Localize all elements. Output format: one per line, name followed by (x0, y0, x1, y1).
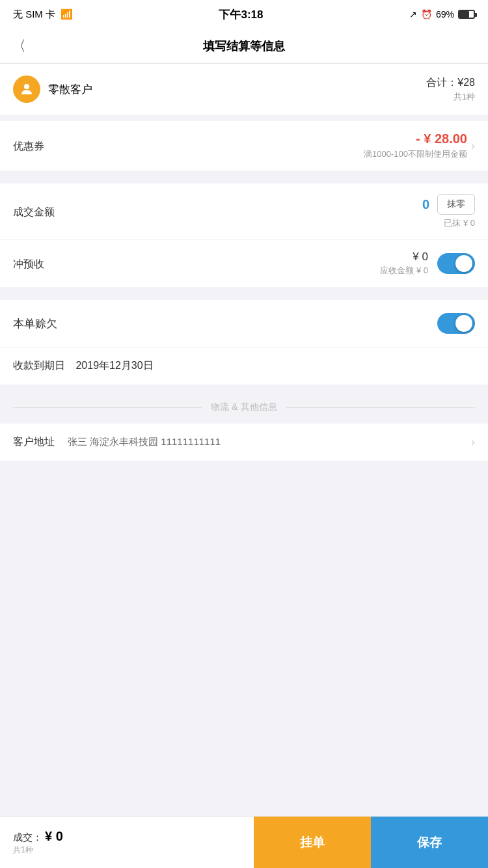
wifi-icon: 📶 (61, 8, 73, 20)
status-time: 下午3:18 (219, 7, 263, 22)
bottom-summary-count: 共1种 (13, 845, 241, 856)
battery-bar (458, 10, 475, 19)
customer-name: 零散客户 (48, 82, 92, 97)
coupon-value: - ¥ 28.00 满1000-100不限制使用金额 (364, 131, 467, 160)
location-icon: ↗ (409, 9, 417, 20)
carrier-label: 无 SIM 卡 (13, 8, 55, 21)
debit-label: 本单赊欠 (13, 316, 57, 331)
coupon-row[interactable]: 优惠券 - ¥ 28.00 满1000-100不限制使用金额 › (0, 121, 488, 170)
coupon-label: 优惠券 (13, 139, 65, 154)
debit-section: 本单赊欠 收款到期日 2019年12月30日 (0, 300, 488, 385)
transaction-amount-row: 成交金额 0 抹零 已抹 ¥ 0 (0, 183, 488, 240)
debit-toggle[interactable] (437, 313, 475, 334)
bottom-summary-amount: ¥ 0 (45, 829, 63, 844)
battery-fill (459, 11, 469, 18)
customer-count: 共1种 (426, 91, 475, 103)
battery-percent: 69% (436, 9, 454, 20)
customer-right: 合计：¥28 共1种 (426, 76, 475, 103)
prereceive-row: 冲预收 ¥ 0 应收金额 ¥ 0 (0, 240, 488, 287)
prereceive-main-amount: ¥ 0 (380, 251, 428, 264)
status-bar: 无 SIM 卡 📶 下午3:18 ↗ ⏰ 69% (0, 0, 488, 29)
coupon-amount: - ¥ 28.00 (416, 131, 467, 146)
customer-avatar (13, 75, 40, 103)
transaction-number[interactable]: 0 (403, 197, 429, 212)
prereceive-amounts: ¥ 0 应收金额 ¥ 0 (380, 251, 428, 277)
nav-bar: 〈 填写结算等信息 (0, 29, 488, 64)
debit-row: 本单赊欠 (0, 300, 488, 347)
logistics-line-left (13, 407, 202, 408)
address-value: 张三 海淀永丰科技园 11111111111 (68, 436, 467, 448)
bottom-bar: 成交： ¥ 0 共1种 挂单 保存 (0, 816, 488, 868)
prereceive-right: ¥ 0 应收金额 ¥ 0 (380, 251, 475, 277)
logistics-header: 物流 & 其他信息 (0, 391, 488, 424)
save-button[interactable]: 保存 (371, 817, 488, 869)
alarm-icon: ⏰ (421, 9, 432, 20)
round-zero-button[interactable]: 抹零 (437, 194, 475, 215)
customer-total: 合计：¥28 (426, 76, 475, 90)
logistics-line-right (286, 407, 475, 408)
toggle-thumb (455, 255, 472, 272)
status-right: ↗ ⏰ 69% (409, 9, 475, 20)
svg-point-0 (24, 84, 29, 89)
prereceive-toggle[interactable] (437, 253, 475, 274)
coupon-desc: 满1000-100不限制使用金额 (364, 148, 467, 160)
transaction-value-area: 0 抹零 已抹 ¥ 0 (403, 194, 475, 229)
separator-2 (0, 293, 488, 300)
transaction-input-row: 0 抹零 (403, 194, 475, 215)
bottom-summary-label: 成交： (13, 832, 42, 844)
address-chevron-icon: › (471, 435, 475, 449)
main-content: 零散客户 合计：¥28 共1种 优惠券 - ¥ 28.00 满1000-100不… (0, 64, 488, 526)
coupon-section: 优惠券 - ¥ 28.00 满1000-100不限制使用金额 › (0, 121, 488, 170)
prereceive-sub-amount: 应收金额 ¥ 0 (380, 265, 428, 277)
debit-toggle-thumb (455, 315, 472, 332)
due-date-label: 收款到期日 (13, 360, 65, 371)
chevron-right-icon: › (471, 139, 475, 153)
back-button[interactable]: 〈 (12, 36, 26, 56)
transaction-label: 成交金额 (13, 204, 65, 219)
due-date-row: 收款到期日 2019年12月30日 (0, 347, 488, 385)
status-left: 无 SIM 卡 📶 (13, 8, 73, 21)
customer-row: 零散客户 合计：¥28 共1种 (0, 64, 488, 115)
hold-order-button[interactable]: 挂单 (254, 817, 371, 869)
logistics-text: 物流 & 其他信息 (211, 401, 277, 413)
separator-1 (0, 177, 488, 183)
due-date-value: 2019年12月30日 (75, 360, 153, 371)
already-rounded-text: 已抹 ¥ 0 (444, 217, 475, 229)
address-row[interactable]: 客户地址 张三 海淀永丰科技园 11111111111 › (0, 424, 488, 461)
bottom-summary: 成交： ¥ 0 共1种 (0, 829, 254, 856)
customer-info: 零散客户 (13, 75, 92, 103)
prereceive-label: 冲预收 (13, 256, 65, 271)
transaction-section: 成交金额 0 抹零 已抹 ¥ 0 冲预收 ¥ 0 应收金额 ¥ 0 (0, 183, 488, 287)
page-title: 填写结算等信息 (203, 38, 285, 54)
address-label: 客户地址 (13, 435, 59, 449)
